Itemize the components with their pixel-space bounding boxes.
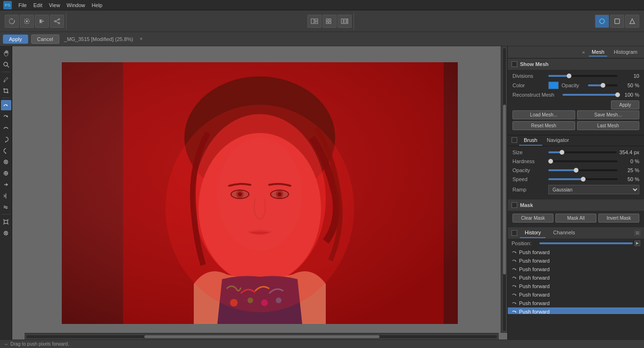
brush-section-checkbox[interactable] [512, 137, 517, 143]
history-item-6[interactable]: Push forward [508, 299, 644, 307]
h-scroll-track[interactable] [26, 335, 497, 338]
tab-navigator[interactable]: Navigator [542, 135, 574, 146]
tool-twirl-ccw[interactable] [1, 145, 11, 156]
canvas-vscroll[interactable] [501, 46, 507, 333]
invert-mask-button[interactable]: Invert Mask [598, 214, 639, 223]
last-mesh-button[interactable]: Last Mesh [577, 121, 640, 130]
tool-reconstruct[interactable] [1, 111, 11, 122]
tool-hand[interactable] [1, 48, 11, 58]
v-scroll-track[interactable] [503, 48, 506, 331]
svg-point-3 [58, 22, 60, 24]
canvas-area[interactable] [12, 46, 507, 340]
tool-pucker[interactable] [1, 157, 11, 167]
menu-help[interactable]: Help [88, 1, 106, 9]
tool-turbulence[interactable] [1, 202, 11, 212]
mesh-apply-button[interactable]: Apply [611, 100, 639, 109]
history-checkbox[interactable] [512, 230, 517, 236]
save-mesh-button[interactable]: Save Mesh... [577, 110, 640, 119]
tool-zoom[interactable] [1, 59, 11, 70]
history-item-5[interactable]: Push forward [508, 290, 644, 299]
mask-checkbox[interactable] [512, 202, 517, 208]
tool-push-left[interactable] [1, 179, 11, 190]
history-item-0[interactable]: Push forward [508, 248, 644, 257]
clear-mask-button[interactable]: Clear Mask [512, 214, 553, 223]
divisions-thumb[interactable] [567, 74, 571, 78]
toolbar-prev-btn[interactable] [35, 15, 49, 28]
toolbar-mode2-btn[interactable] [610, 15, 624, 28]
reconstruct-slider[interactable] [562, 91, 618, 98]
tool-warp[interactable] [1, 100, 11, 110]
menu-file[interactable]: File [15, 1, 30, 9]
reset-mesh-button[interactable]: Reset Mesh [512, 121, 575, 130]
tool-mask-freeze[interactable] [1, 216, 11, 227]
tool-mask-thaw[interactable] [1, 228, 11, 238]
h-scroll-thumb[interactable] [144, 335, 380, 338]
menu-window[interactable]: Window [63, 1, 88, 9]
status-icon: ↔ [4, 341, 8, 347]
toolbar-grid3-btn[interactable] [338, 15, 352, 28]
size-thumb[interactable] [560, 150, 564, 155]
v-scroll-thumb[interactable] [503, 105, 506, 274]
reconstruct-thumb[interactable] [615, 92, 620, 97]
history-item-1[interactable]: Push forward [508, 257, 644, 265]
position-track[interactable] [539, 242, 633, 244]
brush-opacity-row: Opacity 25 % [512, 167, 639, 174]
file-tab-close[interactable]: × [140, 36, 143, 41]
svg-rect-10 [326, 19, 328, 21]
history-item-3[interactable]: Push forward [508, 273, 644, 282]
tab-mesh[interactable]: Mesh [589, 48, 607, 57]
history-item-7[interactable]: Push forward [508, 307, 644, 314]
opacity-thumb[interactable] [601, 83, 605, 88]
load-mesh-button[interactable]: Load Mesh... [512, 110, 575, 119]
apply-button[interactable]: Apply [3, 34, 28, 44]
canvas-hscroll[interactable] [25, 333, 499, 340]
tab-history[interactable]: History [520, 228, 545, 238]
toolbar-share-btn[interactable] [50, 15, 64, 28]
history-item-2[interactable]: Push forward [508, 265, 644, 273]
size-slider[interactable] [548, 149, 617, 156]
opacity-slider[interactable] [588, 82, 618, 89]
speed-slider[interactable] [548, 176, 618, 182]
tool-smooth[interactable] [1, 123, 11, 133]
toolbar-mode3-btn[interactable] [625, 15, 639, 28]
toolbar-refresh-btn[interactable] [5, 15, 19, 28]
toolbar-grid1-btn[interactable] [307, 15, 322, 28]
mask-all-button[interactable]: Mask All [555, 214, 596, 223]
tool-bloat[interactable] [1, 168, 11, 178]
hardness-thumb[interactable] [548, 159, 553, 164]
menu-view[interactable]: View [46, 1, 64, 9]
tool-twirl-cw[interactable] [1, 134, 11, 144]
toolbar-mode1-btn[interactable] [595, 15, 609, 28]
history-options-btn[interactable] [635, 230, 640, 236]
divisions-value: 10 [620, 73, 639, 79]
hardness-slider[interactable] [548, 158, 618, 165]
tab-brush[interactable]: Brush [519, 135, 542, 146]
canvas-image[interactable] [62, 62, 458, 324]
tab-channels[interactable]: Channels [548, 228, 579, 238]
history-list[interactable]: Push forward Push forward Push forward P… [508, 248, 644, 314]
history-item-4[interactable]: Push forward [508, 282, 644, 290]
brush-opacity-thumb[interactable] [574, 168, 578, 173]
panel-header-close[interactable]: × [582, 50, 585, 55]
show-mesh-checkbox[interactable] [512, 61, 517, 67]
tool-eyedropper[interactable] [1, 74, 11, 84]
tab-histogram[interactable]: Histogram [611, 48, 640, 57]
divisions-fill [548, 75, 569, 77]
reconstruct-track [562, 94, 618, 96]
mesh-section-header[interactable]: Show Mesh [508, 58, 644, 70]
size-label: Size [512, 149, 545, 155]
color-swatch[interactable] [548, 82, 559, 89]
toolbar-group-main [3, 13, 66, 30]
canvas-container [62, 62, 458, 324]
divisions-slider[interactable] [548, 73, 618, 79]
toolbar-settings-btn[interactable] [20, 15, 34, 28]
speed-thumb[interactable] [581, 177, 586, 182]
toolbar-grid2-btn[interactable] [322, 15, 337, 28]
ramp-dropdown[interactable]: Gaussian [548, 185, 639, 194]
cancel-button[interactable]: Cancel [31, 34, 59, 44]
tool-mirror[interactable] [1, 191, 11, 201]
brush-opacity-slider[interactable] [548, 167, 618, 174]
position-end-btn[interactable] [635, 240, 640, 246]
menu-edit[interactable]: Edit [30, 1, 46, 9]
tool-crop[interactable] [1, 85, 11, 96]
